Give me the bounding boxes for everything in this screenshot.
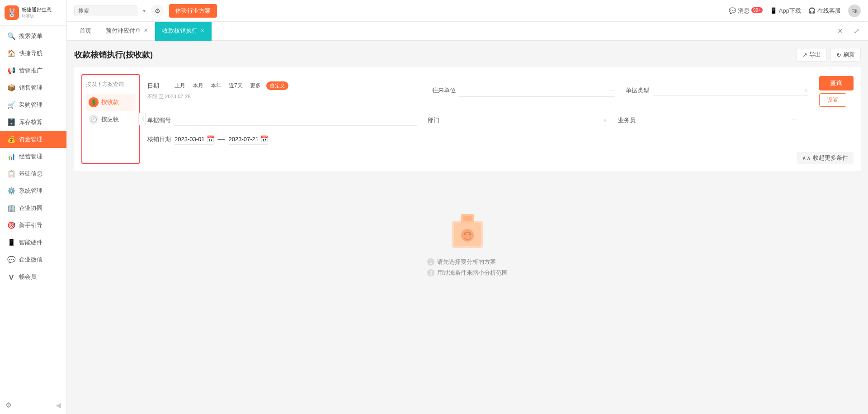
sidebar-label-hardware: 智能硬件 <box>19 238 42 247</box>
filter-form: 日期 上月 本月 本年 近7天 更多 自定义 不限 至 2023-07-26 <box>147 74 854 164</box>
online-service-action[interactable]: 🎧 在线客服 <box>808 7 841 15</box>
filter-panel: 按以下方案查询 💲 按收款 🕐 按应收 《 <box>74 67 861 171</box>
wechat-icon: 💬 <box>7 256 15 264</box>
staff-dots-icon: ··· <box>792 116 797 124</box>
sidebar-label-inventory: 库存核算 <box>19 118 42 126</box>
staff-selector[interactable]: ··· <box>643 114 797 126</box>
tab-bar: 首页 预付冲应付单 ✕ 收款核销执行 ✕ ✕ ⤢ <box>67 22 868 41</box>
order-type-selector[interactable]: ∨ <box>653 86 808 96</box>
page-title-bar: 收款核销执行(按收款) ↗ 导出 ↻ 刷新 <box>74 48 861 62</box>
industry-plan-button[interactable]: 体验行业方案 <box>169 4 217 18</box>
last7days-btn[interactable]: 近7天 <box>227 81 245 90</box>
sidebar-label-wechat: 企业微信 <box>19 256 42 264</box>
tab-home[interactable]: 首页 <box>72 22 99 41</box>
system-icon: ⚙️ <box>7 187 15 195</box>
sidebar-item-guide[interactable]: 🎯 新手引导 <box>0 217 66 234</box>
sidebar-item-business[interactable]: 📊 经营管理 <box>0 148 66 165</box>
step-1-num: 1 <box>427 258 434 266</box>
sidebar-item-search[interactable]: 🔍 搜索菜单 <box>0 28 66 45</box>
sidebar-item-hardware[interactable]: 📱 智能硬件 <box>0 234 66 251</box>
inventory-icon: 🗄️ <box>7 118 15 126</box>
app-version: 标准版 <box>22 13 52 19</box>
refresh-icon: ↻ <box>836 52 841 58</box>
partner-label: 往来单位 <box>432 86 456 95</box>
partner-selector[interactable]: ··· <box>459 85 615 97</box>
app-download-action[interactable]: 📱 App下载 <box>770 7 801 15</box>
sidebar-item-enterprise[interactable]: 🏢 企业协同 <box>0 200 66 217</box>
filter-collapse-arrow[interactable]: 《 <box>138 113 146 125</box>
close-tab-icon[interactable]: ✕ <box>834 25 846 38</box>
sidebar-item-sales[interactable]: 📦 销售管理 <box>0 79 66 96</box>
app-icon: 📱 <box>770 7 777 14</box>
empty-image <box>440 207 495 252</box>
settings-icon[interactable]: ⚙ <box>5 401 12 409</box>
filter-option-by-receivable[interactable]: 🕐 按应收 <box>86 111 136 128</box>
svg-point-4 <box>469 233 471 235</box>
sidebar-item-member[interactable]: V 畅会员 <box>0 268 66 286</box>
filter-option-receipt-label: 按收款 <box>101 98 119 106</box>
sidebar-item-purchase[interactable]: 🛒 采购管理 <box>0 96 66 114</box>
prev-month-btn[interactable]: 上月 <box>173 81 187 90</box>
filter-option-by-receipt[interactable]: 💲 按收款 <box>86 94 136 111</box>
date-no-limit: 不限 至 2023-07-26 <box>147 93 190 100</box>
page-content: 收款核销执行(按收款) ↗ 导出 ↻ 刷新 按以下方案查询 💲 按收款 <box>67 41 868 414</box>
date-separator: — <box>218 135 225 143</box>
calendar-start-icon[interactable]: 📅 <box>207 135 214 143</box>
filter-sidebar-title: 按以下方案查询 <box>86 81 136 88</box>
home-icon: 🏠 <box>7 49 15 57</box>
tab-prepay[interactable]: 预付冲应付单 ✕ <box>99 22 155 41</box>
custom-date-btn[interactable]: 自定义 <box>266 81 288 90</box>
maximize-icon[interactable]: ⤢ <box>850 25 863 38</box>
sidebar-item-finance[interactable]: 💰 资金管理 <box>0 131 66 148</box>
chevron-down-icon[interactable]: ▾ <box>143 8 146 14</box>
dept-selector[interactable]: ∨ <box>453 115 607 125</box>
finance-icon: 💰 <box>7 135 15 143</box>
order-no-input[interactable] <box>175 115 417 126</box>
staff-field: 业务员 ··· <box>618 114 797 126</box>
empty-step-2: 2 用过滤条件来缩小分析范围 <box>427 269 508 277</box>
tab-receivable-close-icon[interactable]: ✕ <box>200 28 204 33</box>
sidebar-item-system[interactable]: ⚙️ 系统管理 <box>0 182 66 200</box>
avatar[interactable]: Rit <box>848 5 861 17</box>
sidebar-label-search: 搜索菜单 <box>19 32 42 40</box>
partner-dots-icon: ··· <box>609 86 615 95</box>
sidebar-label-finance: 资金管理 <box>19 135 42 143</box>
svg-point-3 <box>464 233 466 235</box>
export-icon: ↗ <box>802 52 807 58</box>
sidebar-item-basic[interactable]: 📋 基础信息 <box>0 165 66 182</box>
tab-prepay-close-icon[interactable]: ✕ <box>144 28 148 33</box>
sidebar-label-member: 畅会员 <box>19 273 37 281</box>
current-month-btn[interactable]: 本月 <box>191 81 205 90</box>
more-date-btn[interactable]: 更多 <box>248 81 263 90</box>
sidebar-item-marketing[interactable]: 📢 营销推广 <box>0 62 66 79</box>
sidebar-item-quick[interactable]: 🏠 快捷导航 <box>0 45 66 62</box>
tab-receivable[interactable]: 收款核销执行 ✕ <box>155 22 212 41</box>
empty-step-1: 1 请先选择要分析的方案 <box>427 258 508 266</box>
export-button[interactable]: ↗ 导出 <box>797 48 827 62</box>
settings-button[interactable]: 设置 <box>819 93 846 107</box>
sidebar-label-purchase: 采购管理 <box>19 101 42 109</box>
sidebar-item-wechat[interactable]: 💬 企业微信 <box>0 251 66 268</box>
app-download-label: App下载 <box>779 7 801 15</box>
message-action[interactable]: 💬 消息 99+ <box>729 7 763 15</box>
member-icon: V <box>7 273 15 281</box>
filter-row-1: 日期 上月 本月 本年 近7天 更多 自定义 不限 至 2023-07-26 <box>147 74 854 107</box>
current-year-btn[interactable]: 本年 <box>209 81 223 90</box>
receipt-icon: 💲 <box>89 97 99 107</box>
dept-chevron-icon: ∨ <box>603 117 607 123</box>
search-input[interactable] <box>74 5 137 16</box>
staff-label: 业务员 <box>618 116 640 124</box>
sidebar-label-marketing: 营销推广 <box>19 67 42 75</box>
refresh-button[interactable]: ↻ 刷新 <box>830 48 861 62</box>
collapse-more-button[interactable]: ∧∧ 收起更多条件 <box>797 152 854 164</box>
header-right: 💬 消息 99+ 📱 App下载 🎧 在线客服 Rit <box>729 5 861 17</box>
header-gear-icon[interactable]: ⚙ <box>151 5 164 17</box>
logo-icon: 🐰 <box>5 5 19 20</box>
header-left: ▾ ⚙ 体验行业方案 <box>74 4 217 18</box>
page-title: 收款核销执行(按收款) <box>74 49 153 60</box>
query-button[interactable]: 查询 <box>819 76 854 90</box>
sidebar-item-inventory[interactable]: 🗄️ 库存核算 <box>0 114 66 131</box>
collapse-sidebar-icon[interactable]: ◀ <box>56 401 61 409</box>
page-actions: ↗ 导出 ↻ 刷新 <box>797 48 861 62</box>
calendar-end-icon[interactable]: 📅 <box>260 135 268 143</box>
